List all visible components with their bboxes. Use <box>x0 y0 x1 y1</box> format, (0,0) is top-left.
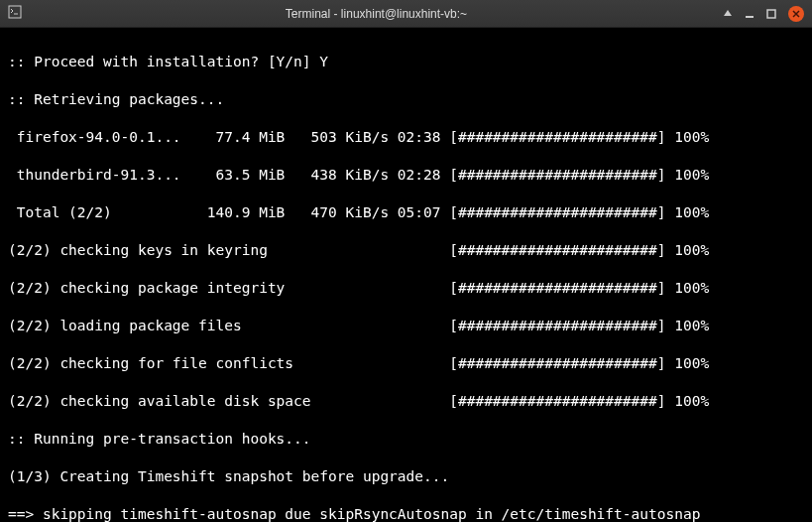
window-controls <box>723 6 804 22</box>
output-line: (2/2) checking package integrity [######… <box>8 279 804 298</box>
output-line: thunderbird-91.3... 63.5 MiB 438 KiB/s 0… <box>8 166 804 185</box>
maximize-button[interactable] <box>766 9 776 19</box>
titlebar: Terminal - linuxhint@linuxhint-vb:~ <box>0 0 812 28</box>
output-line: (2/2) loading package files [###########… <box>8 317 804 335</box>
svg-rect-0 <box>9 6 21 18</box>
terminal-icon <box>8 5 22 22</box>
output-line: (1/3) Creating Timeshift snapshot before… <box>8 467 804 486</box>
window-title: Terminal - linuxhint@linuxhint-vb:~ <box>30 7 723 21</box>
output-line: :: Running pre-transaction hooks... <box>8 430 804 449</box>
output-line: firefox-94.0-0.1... 77.4 MiB 503 KiB/s 0… <box>8 128 804 147</box>
output-line: Total (2/2) 140.9 MiB 470 KiB/s 05:07 [#… <box>8 203 804 222</box>
close-button[interactable] <box>788 6 804 22</box>
keep-on-top-button[interactable] <box>723 9 733 19</box>
terminal-output[interactable]: :: Proceed with installation? [Y/n] Y ::… <box>0 28 812 522</box>
output-line: :: Retrieving packages... <box>8 90 804 109</box>
output-line: (2/2) checking available disk space [###… <box>8 392 804 411</box>
output-line: (2/2) checking for file conflicts [#####… <box>8 354 804 373</box>
output-line: ==> skipping timeshift-autosnap due skip… <box>8 505 804 522</box>
output-line: :: Proceed with installation? [Y/n] Y <box>8 53 804 71</box>
output-line: (2/2) checking keys in keyring [########… <box>8 241 804 260</box>
svg-rect-3 <box>767 10 775 18</box>
minimize-button[interactable] <box>745 9 754 19</box>
